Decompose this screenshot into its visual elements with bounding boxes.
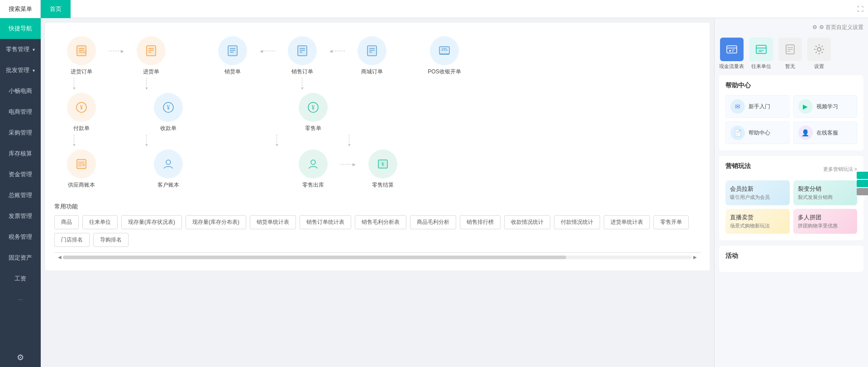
func-btn-sales-rank[interactable]: 销售排行榜: [460, 215, 501, 229]
flow-node-pos[interactable]: POS收银开单: [417, 36, 472, 76]
activity-title: 活动: [725, 252, 857, 260]
flow-node-customer-account[interactable]: 客户账本: [141, 150, 196, 189]
svg-rect-29: [441, 49, 443, 51]
func-btn-units[interactable]: 往来单位: [82, 215, 118, 229]
arrow-4-5: [329, 49, 345, 63]
customer-account-label: 客户账本: [157, 181, 179, 189]
marketing-member[interactable]: 会员拉新 吸引用户成为会员: [725, 180, 790, 205]
func-btn-receipt-stat[interactable]: 收款情况统计: [504, 215, 550, 229]
marketing-title: 营销玩法: [725, 162, 751, 170]
quick-icon-none[interactable]: 暂无: [778, 38, 802, 70]
more-marketing-link[interactable]: 更多营销玩法 >: [823, 166, 857, 173]
down-arrows-row2: ▼ ▼: [54, 135, 701, 147]
sidebar-item-ledger[interactable]: 总账管理: [0, 185, 41, 206]
function-buttons-grid: 商品 往来单位 现存量(库存状况表) 现存量(库存分布表) 销货单统计表 销售订…: [54, 215, 701, 247]
sidebar-gear-button[interactable]: ⚙: [0, 353, 41, 362]
help-item-service[interactable]: 👤 在线客服: [793, 121, 858, 144]
common-functions-section: 常用功能 商品 往来单位 现存量(库存状况表) 现存量(库存分布表) 销货单统计…: [54, 203, 701, 247]
func-btn-guide-rank[interactable]: 导购排名: [93, 233, 129, 247]
pos-icon: [430, 36, 459, 65]
main-layout: 快捷导航 零售管理 ▾ 批发管理 ▾ 小畅电商 电商管理 采购管理 库存核算 资…: [0, 18, 868, 367]
svg-rect-31: [446, 49, 448, 51]
marketing-fission[interactable]: 裂变分销 裂式发展分销商: [793, 180, 858, 205]
sidebar-item-ecommerce[interactable]: 电商管理: [0, 101, 41, 122]
sidebar-item-purchase[interactable]: 采购管理: [0, 122, 41, 143]
retail-order-label: 零售单: [305, 125, 321, 132]
func-btn-store-rank[interactable]: 门店排名: [54, 233, 90, 247]
flow-node-retail-out[interactable]: 零售出库: [286, 150, 340, 189]
flow-node-sales[interactable]: 销货单: [205, 36, 260, 76]
home-customize-link[interactable]: ⚙ ⚙ 首页自定义设置: [719, 23, 863, 32]
func-btn-stock-dist[interactable]: 现存量(库存分布表): [186, 215, 246, 229]
svg-rect-53: [756, 45, 766, 53]
video-label: 视频学习: [816, 103, 838, 111]
func-btn-goods[interactable]: 商品: [54, 215, 79, 229]
scroll-track[interactable]: [63, 256, 692, 259]
help-item-help[interactable]: 📄 帮助中心: [725, 121, 790, 144]
scroll-left-button[interactable]: ◀: [57, 255, 63, 260]
flow-node-retail-order[interactable]: ¥ 零售单: [286, 93, 340, 132]
sidebar-item-quicknav[interactable]: 快捷导航: [0, 18, 41, 39]
sidebar-item-tax[interactable]: 税务管理: [0, 227, 41, 247]
units-label: 往来单位: [751, 63, 771, 70]
settings-icon-box: [807, 38, 831, 61]
flow-node-sales-order[interactable]: 销售订单: [275, 36, 329, 76]
quick-access-icons: 现金流量表 往来单位 暂无: [719, 38, 863, 70]
flow-node-purchase-order[interactable]: 进货订单: [54, 36, 109, 76]
svg-rect-5: [147, 46, 156, 56]
sidebar-item-assets[interactable]: 固定资产: [0, 247, 41, 268]
content-area: 进货订单 进货单: [41, 18, 868, 367]
purchase-order-label: 进货订单: [71, 68, 92, 76]
sidebar-item-invoice[interactable]: 发票管理: [0, 206, 41, 227]
flow-node-supplier-account[interactable]: 供应商账本: [54, 150, 109, 189]
sidebar-item-ecommerce-small[interactable]: 小畅电商: [0, 81, 41, 101]
float-btn-desktop[interactable]: 桌面快捷: [857, 188, 868, 195]
horizontal-scrollbar[interactable]: ◀ ▶: [54, 252, 701, 261]
search-menu-button[interactable]: 搜索菜单: [0, 0, 41, 18]
fullscreen-button[interactable]: ⛶: [857, 5, 863, 13]
sidebar-item-inventory[interactable]: 库存核算: [0, 143, 41, 164]
marketing-live[interactable]: 直播卖货 场景式购物新玩法: [725, 209, 790, 234]
home-tab[interactable]: 首页: [41, 0, 71, 18]
float-btn-hotline[interactable]: 客服热线: [857, 172, 868, 179]
help-item-video[interactable]: ▶ 视频学习: [793, 95, 858, 118]
func-btn-sales-order-stat[interactable]: 销售订单统计表: [300, 215, 351, 229]
sidebar-item-salary[interactable]: 工资: [0, 268, 41, 289]
flow-node-purchase[interactable]: 进货单: [124, 36, 178, 76]
func-btn-goods-profit[interactable]: 商品毛利分析: [410, 215, 456, 229]
quick-icon-settings[interactable]: 设置: [807, 38, 831, 70]
func-btn-sales-profit[interactable]: 销售毛利分析表: [355, 215, 406, 229]
sidebar-item-wholesale[interactable]: 批发管理 ▾: [0, 60, 41, 81]
purchase-icon: [137, 36, 166, 65]
flow-node-mall-order[interactable]: 商城订单: [345, 36, 399, 76]
sidebar-item-retail[interactable]: 零售管理 ▾: [0, 39, 41, 60]
mall-order-label: 商城订单: [361, 68, 383, 76]
flow-node-payment[interactable]: ¥ 付款单: [54, 93, 109, 132]
beginner-icon: ✉: [730, 99, 745, 114]
units-icon-box: [749, 38, 773, 61]
func-btn-retail-order[interactable]: 零售开单: [653, 215, 689, 229]
func-btn-stock-status[interactable]: 现存量(库存状况表): [121, 215, 182, 229]
func-btn-purchase-stat[interactable]: 进货单统计表: [604, 215, 650, 229]
scroll-right-button[interactable]: ▶: [692, 255, 698, 260]
scroll-thumb[interactable]: [63, 256, 566, 259]
marketing-group[interactable]: 多人拼团 拼团购物享受优惠: [793, 209, 858, 234]
float-btn-community[interactable]: 服务社区: [857, 180, 868, 187]
marketing-group-title: 多人拼团: [798, 213, 853, 222]
func-btn-payment-stat[interactable]: 付款情况统计: [554, 215, 600, 229]
func-btn-sales-stat[interactable]: 销货单统计表: [250, 215, 296, 229]
sidebar-item-more[interactable]: ...: [0, 289, 41, 307]
sidebar-item-finance[interactable]: 资金管理: [0, 164, 41, 185]
flow-node-receipt[interactable]: ¥ 收款单: [141, 93, 196, 132]
quick-icon-cashflow[interactable]: 现金流量表: [719, 38, 744, 70]
flow-row-1: 进货订单 进货单: [54, 36, 701, 76]
help-item-beginner[interactable]: ✉ 新手入门: [725, 95, 790, 118]
flow-row-2: ¥ 付款单 ¥ 收款单: [54, 93, 701, 132]
quick-icon-units[interactable]: 往来单位: [749, 38, 773, 70]
flow-node-retail-settle[interactable]: ¥ 零售结算: [356, 150, 410, 189]
activity-card: 活动: [719, 246, 863, 272]
help-grid: ✉ 新手入门 ▶ 视频学习 📄 帮助中心 👤 在线客服: [725, 95, 857, 144]
purchase-order-icon: [67, 36, 96, 65]
arrow-3-4: [260, 49, 275, 63]
flow-row-3: 供应商账本 客户账本: [54, 150, 701, 189]
